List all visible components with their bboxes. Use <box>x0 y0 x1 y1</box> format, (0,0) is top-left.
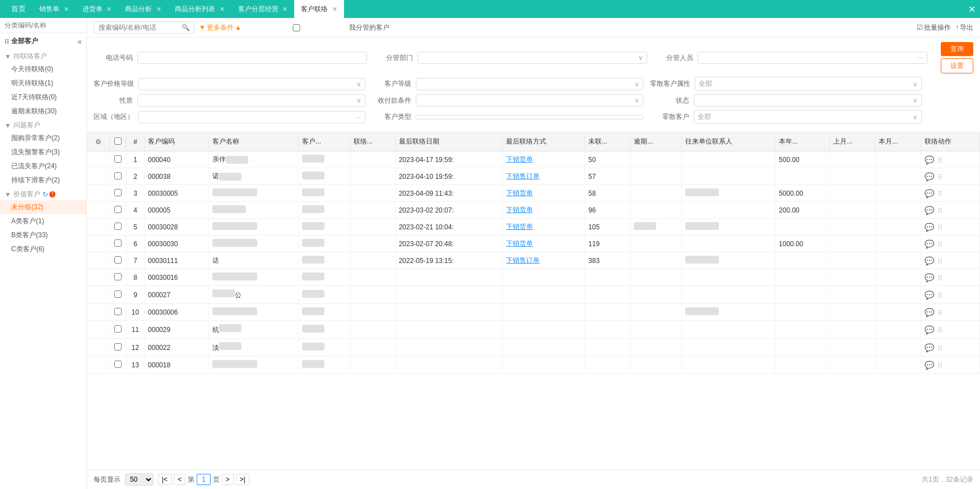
status-select[interactable]: ∨ <box>694 94 922 107</box>
customer-level-select[interactable]: ∨ <box>416 78 644 90</box>
nav-product-analysis[interactable]: 商品分析 ✕ <box>118 0 168 18</box>
nav-customer-contact[interactable]: 客户联络 ✕ <box>294 0 344 18</box>
grid-action-icon[interactable]: ⁝⁝ <box>937 206 942 215</box>
row-checkbox[interactable] <box>114 239 122 247</box>
sidebar-item-week-pending[interactable]: 近7天待联络(0) <box>0 90 86 104</box>
grid-action-icon[interactable]: ⁝⁝ <box>937 343 942 352</box>
nav-product-analysis-list[interactable]: 商品分析列表 ✕ <box>168 0 231 18</box>
phone-input[interactable] <box>137 52 367 64</box>
sidebar-item-class-a[interactable]: A类客户(1) <box>0 214 86 228</box>
region-select[interactable]: ··· <box>138 111 365 123</box>
row-checkbox[interactable] <box>114 172 122 179</box>
grid-action-icon[interactable]: ⁝⁝ <box>937 308 942 317</box>
all-customers-section[interactable]: ⁝⁝ 全部客户 « <box>0 33 86 49</box>
row-checkbox[interactable] <box>114 256 122 264</box>
sidebar-item-tomorrow-pending[interactable]: 明天待联络(1) <box>0 76 86 90</box>
last-page-btn[interactable]: >| <box>236 474 249 485</box>
row-checkbox[interactable] <box>114 325 122 333</box>
settings-icon[interactable]: ⚙ <box>95 138 101 146</box>
prev-page-btn[interactable]: < <box>174 474 185 485</box>
row-checkbox[interactable] <box>114 189 122 196</box>
sidebar-item-declining[interactable]: 持续下滑客户(2) <box>0 173 86 187</box>
message-icon[interactable]: 💬 <box>925 361 934 370</box>
sidebar-item-class-b[interactable]: B类客户(33) <box>0 228 86 242</box>
message-icon[interactable]: 💬 <box>925 343 934 352</box>
sidebar-item-ungroup[interactable]: 未分组(32) <box>0 200 86 214</box>
grid-action-icon[interactable]: ⁝⁝ <box>937 256 942 265</box>
grid-action-icon[interactable]: ⁝⁝ <box>937 172 942 181</box>
next-page-btn[interactable]: > <box>222 474 234 485</box>
row-checkbox[interactable] <box>114 361 122 368</box>
th-settings[interactable]: ⚙ <box>87 132 110 151</box>
message-icon[interactable]: 💬 <box>925 273 934 282</box>
nav-sales[interactable]: 销售单 ✕ <box>32 0 76 18</box>
row-checkbox[interactable] <box>114 206 122 213</box>
nav-customer-tier-close[interactable]: ✕ <box>282 6 287 12</box>
grid-action-icon[interactable]: ⁝⁝ <box>937 239 942 248</box>
message-icon[interactable]: 💬 <box>925 155 934 164</box>
nav-home[interactable]: 首页 <box>4 0 32 18</box>
grid-action-icon[interactable]: ⁝⁝ <box>937 223 942 232</box>
message-icon[interactable]: 💬 <box>925 308 934 317</box>
nav-sales-close[interactable]: ✕ <box>64 6 69 12</box>
sidebar-item-overdue[interactable]: 逾期未联络(30) <box>0 104 86 118</box>
reset-button[interactable]: 设置 <box>941 58 973 73</box>
message-icon[interactable]: 💬 <box>925 290 934 299</box>
row-checkbox[interactable] <box>114 343 122 350</box>
message-icon[interactable]: 💬 <box>925 206 934 215</box>
row-checkbox[interactable] <box>114 308 122 315</box>
message-icon[interactable]: 💬 <box>925 325 934 334</box>
dept-select[interactable]: ∨ <box>417 52 647 64</box>
row-checkbox[interactable] <box>114 290 122 298</box>
price-level-select[interactable]: ∨ <box>138 78 365 90</box>
nav-product-list-close[interactable]: ✕ <box>220 6 225 12</box>
row-checkbox[interactable] <box>114 223 122 230</box>
export-btn[interactable]: ↑ 导出 <box>955 23 973 33</box>
sidebar-item-churned[interactable]: 已流失客户(24) <box>0 159 86 173</box>
grid-action-icon[interactable]: ⁝⁝ <box>937 290 942 299</box>
sidebar-item-hoard-abnormal[interactable]: 囤购异常客户(2) <box>0 131 86 145</box>
gender-select[interactable]: ∨ <box>137 94 365 107</box>
row-checkbox[interactable] <box>114 155 122 163</box>
first-page-btn[interactable]: |< <box>158 474 171 485</box>
problem-group-label[interactable]: ▼ 问题客户 <box>0 118 86 131</box>
search-input[interactable] <box>94 21 194 34</box>
grid-action-icon[interactable]: ⁝⁝ <box>937 155 942 164</box>
select-all-checkbox[interactable] <box>114 137 122 145</box>
payment-select[interactable]: ∨ <box>416 94 644 107</box>
batch-operations-btn[interactable]: ☑ 批量操作 <box>917 23 951 33</box>
customer-type-select[interactable] <box>416 115 644 119</box>
current-page[interactable]: 1 <box>197 474 211 485</box>
value-group-label[interactable]: ▼ 价值客户 ↻ ! <box>0 187 86 200</box>
message-icon[interactable]: 💬 <box>925 223 934 232</box>
sidebar-item-today-pending[interactable]: 今天待联络(0) <box>0 62 86 76</box>
retail-customer-select[interactable]: 全部 ∨ <box>694 110 922 124</box>
per-page-select[interactable]: 50 100 <box>125 473 154 486</box>
person-select[interactable]: ··· <box>698 52 927 64</box>
refresh-icon[interactable]: ↻ <box>43 191 48 199</box>
grid-action-icon[interactable]: ⁝⁝ <box>937 361 942 370</box>
sidebar-item-churn-warning[interactable]: 流失预警客户(3) <box>0 145 86 159</box>
nav-customer-contact-close[interactable]: ✕ <box>332 6 337 12</box>
pending-group-label[interactable]: ▼ 待联络客户 <box>0 49 86 62</box>
query-button[interactable]: 查询 <box>941 42 973 56</box>
row-checkbox[interactable] <box>114 273 122 280</box>
grid-action-icon[interactable]: ⁝⁝ <box>937 325 942 334</box>
message-icon[interactable]: 💬 <box>925 189 934 198</box>
grid-action-icon[interactable]: ⁝⁝ <box>937 189 942 198</box>
my-customers-checkbox[interactable]: 我分管的客户 <box>246 23 389 33</box>
nav-customer-tier[interactable]: 客户分层经营 ✕ <box>231 0 295 18</box>
nav-product-analysis-close[interactable]: ✕ <box>156 6 161 12</box>
message-icon[interactable]: 💬 <box>925 172 934 181</box>
retail-attr-select[interactable]: 全部 ∨ <box>695 77 922 91</box>
my-customers-check[interactable] <box>246 24 347 31</box>
collapse-icon[interactable]: « <box>77 37 82 46</box>
message-icon[interactable]: 💬 <box>925 239 934 248</box>
message-icon[interactable]: 💬 <box>925 256 934 265</box>
window-close-button[interactable]: ✕ <box>968 4 976 15</box>
more-conditions-btn[interactable]: ▼ 更多条件 ▲ <box>199 23 241 33</box>
grid-action-icon[interactable]: ⁝⁝ <box>937 273 942 282</box>
sidebar-search-input[interactable] <box>4 21 87 29</box>
search-icon[interactable]: 🔍 <box>182 24 190 31</box>
nav-purchase[interactable]: 进货单 ✕ <box>76 0 119 18</box>
